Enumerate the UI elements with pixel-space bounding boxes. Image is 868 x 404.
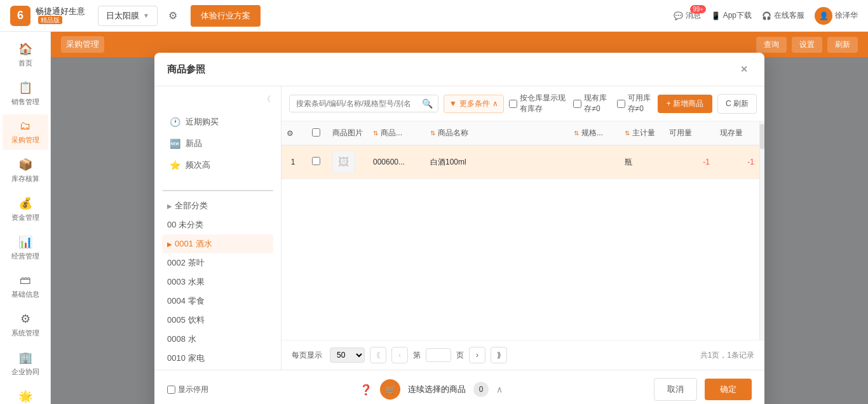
checkbox-warehouse[interactable]: 按仓库显示现有库存 <box>509 93 566 114</box>
cat-item-0001[interactable]: ▶ 0001 酒水 <box>162 234 273 253</box>
checkbox-available[interactable]: 可用库存≠0 <box>617 93 653 114</box>
star-icon: ⭐ <box>170 160 180 170</box>
notifications-badge: 99+ <box>690 5 705 13</box>
sidebar-item-operations[interactable]: 📊 经营管理 <box>3 230 48 266</box>
bg-query-btn[interactable]: 查询 <box>756 37 787 53</box>
sidebar-item-guide[interactable]: 🌟 新手引导 <box>3 384 48 404</box>
subnav-item-purchase[interactable]: 采购管理 <box>61 36 104 53</box>
show-disabled-checkbox[interactable]: 显示停用 <box>167 384 208 395</box>
bg-refresh-btn[interactable]: 刷新 <box>827 37 858 53</box>
category-search-btn[interactable]: 🔍 <box>268 190 273 191</box>
cat-item-0008[interactable]: 0008 水 <box>162 330 273 349</box>
cat-active-arrow-icon: ▶ <box>167 241 172 248</box>
quick-frequent-btn[interactable]: ⭐ 频次高 <box>162 156 273 175</box>
product-table-wrap: ⚙ 商品图片 <box>281 121 759 340</box>
quick-recent-btn[interactable]: 🕐 近期购买 <box>162 112 273 131</box>
new-product-btn[interactable]: + 新增商品 <box>658 95 712 113</box>
sidebar-item-system[interactable]: ⚙ 系统管理 <box>3 307 48 343</box>
bg-settings-btn[interactable]: 设置 <box>792 37 822 53</box>
col-header-unit[interactable]: ⇅ 主计量 <box>620 121 664 145</box>
modal-footer: 显示停用 ❓ 🛒 连续选择的商品 0 ∧ 取消 确定 <box>154 370 764 404</box>
inventory-icon: 📦 <box>18 158 32 172</box>
main-content: 采购管理 查询 设置 刷新 商品参照 ✕ <box>51 32 868 404</box>
trial-button[interactable]: 体验行业方案 <box>191 5 261 27</box>
category-search-input[interactable] <box>163 190 268 191</box>
refresh-btn[interactable]: C 刷新 <box>717 94 757 114</box>
gear-icon[interactable]: ⚙ <box>163 6 183 26</box>
top-nav: 6 畅捷通好生意 精品版 日太阳膜 ▼ ⚙ 体验行业方案 💬 消息 99+ 📱 … <box>0 0 868 32</box>
sidebar-item-inventory[interactable]: 📦 库存核算 <box>3 152 48 189</box>
sidebar-item-home[interactable]: 🏠 首页 <box>3 37 48 73</box>
cart-label: 连续选择的商品 <box>408 384 466 395</box>
modal-pagination: 每页显示 50 100 200 ⟪ ‹ 第 1 页 › <box>281 340 764 370</box>
modal-header: 商品参照 ✕ <box>154 53 764 86</box>
notifications-item[interactable]: 💬 消息 99+ <box>674 10 701 21</box>
cancel-button[interactable]: 取消 <box>654 378 697 401</box>
cat-item-0005[interactable]: 0005 饮料 <box>162 311 273 330</box>
col-header-check <box>304 121 327 145</box>
select-all-checkbox[interactable] <box>312 128 320 137</box>
cat-item-0010[interactable]: 0010 家电 <box>162 349 273 368</box>
logo-icon: 6 <box>10 6 31 26</box>
sidebar-item-finance[interactable]: 💰 资金管理 <box>3 191 48 227</box>
collapse-up-icon[interactable]: ∧ <box>496 384 503 394</box>
col-header-code[interactable]: ⇅ 商品... <box>368 121 425 145</box>
app-download-item[interactable]: 📱 App下载 <box>711 10 752 21</box>
row-code: 000600... <box>368 145 425 179</box>
page-input[interactable]: 1 <box>426 348 451 362</box>
cart-icon[interactable]: 🛒 <box>380 379 400 400</box>
quick-new-btn[interactable]: 🆕 新品 <box>162 134 273 153</box>
row-unit: 瓶 <box>620 145 664 179</box>
table-row[interactable]: 1 🖼 <box>281 145 759 179</box>
cart-count: 0 <box>473 382 489 397</box>
enterprise-icon: 🏢 <box>18 351 32 365</box>
modal-overlay: 商品参照 ✕ 《 🕐 <box>51 57 868 404</box>
sidebar-item-basic[interactable]: 🗃 基础信息 <box>3 269 48 304</box>
spec-sort-icon: ⇅ <box>574 130 579 137</box>
modal-search-bar: 🔍 ▼ 更多条件 ∧ 按仓库显示现有库存 <box>281 86 764 121</box>
brand-name: 畅捷通好生意 <box>36 6 85 17</box>
row-check[interactable] <box>304 145 327 179</box>
scroll-thumb[interactable] <box>760 124 764 149</box>
nav-selector[interactable]: 日太阳膜 ▼ <box>98 6 158 26</box>
col-header-name[interactable]: ⇅ 商品名称 <box>425 121 569 145</box>
page-prev-btn[interactable]: ‹ <box>391 347 408 363</box>
filter-icon: ▼ <box>449 99 457 108</box>
modal-body: 《 🕐 近期购买 🆕 新品 <box>154 86 764 370</box>
mobile-icon: 📱 <box>711 11 721 20</box>
collapse-panel-btn[interactable]: 《 <box>258 91 276 107</box>
cat-item-all[interactable]: ▶ 全部分类 <box>162 196 273 215</box>
cat-item-00[interactable]: 00 未分类 <box>162 215 273 234</box>
modal-close-button[interactable]: ✕ <box>736 62 752 77</box>
col-header-stock: 现存量 <box>715 121 759 145</box>
per-page-select[interactable]: 50 100 200 <box>330 347 365 363</box>
confirm-button[interactable]: 确定 <box>705 379 752 400</box>
page-first-btn[interactable]: ⟪ <box>370 347 386 363</box>
product-table: ⚙ 商品图片 <box>281 121 759 179</box>
col-header-img: 商品图片 <box>327 121 368 145</box>
col-header-spec[interactable]: ⇅ 规格... <box>569 121 620 145</box>
avatar: 👤 <box>815 7 832 25</box>
sidebar-item-purchase[interactable]: 🗂 采购管理 <box>3 114 48 150</box>
table-scrollbar[interactable] <box>759 121 764 340</box>
sidebar-item-sales[interactable]: 📋 销售管理 <box>3 76 48 112</box>
settings-table-icon[interactable]: ⚙ <box>287 129 294 138</box>
cat-arrow-icon: ▶ <box>167 203 172 210</box>
operations-icon: 📊 <box>18 235 32 249</box>
col-header-available: 可用量 <box>664 121 715 145</box>
page-next-btn[interactable]: › <box>469 347 485 363</box>
checkbox-existing[interactable]: 现有库存≠0 <box>573 93 609 114</box>
cat-item-0003[interactable]: 0003 水果 <box>162 273 273 292</box>
product-search-btn[interactable]: 🔍 <box>417 95 438 112</box>
help-icon[interactable]: ❓ <box>360 384 372 396</box>
sidebar-item-enterprise[interactable]: 🏢 企业协同 <box>3 346 48 382</box>
product-search-input[interactable] <box>290 96 417 111</box>
filter-more-btn[interactable]: ▼ 更多条件 ∧ <box>444 95 504 113</box>
category-tree: ▶ 全部分类 00 未分类 ▶ 0001 酒水 0002 茶 <box>154 194 281 370</box>
filter-up-icon: ∧ <box>492 99 498 108</box>
online-service-item[interactable]: 🎧 在线客服 <box>762 10 804 21</box>
user-item[interactable]: 👤 徐泽华 <box>815 7 858 25</box>
page-last-btn[interactable]: ⟫ <box>491 347 507 363</box>
cat-item-0002[interactable]: 0002 茶叶 <box>162 253 273 273</box>
cat-item-0004[interactable]: 0004 零食 <box>162 292 273 311</box>
